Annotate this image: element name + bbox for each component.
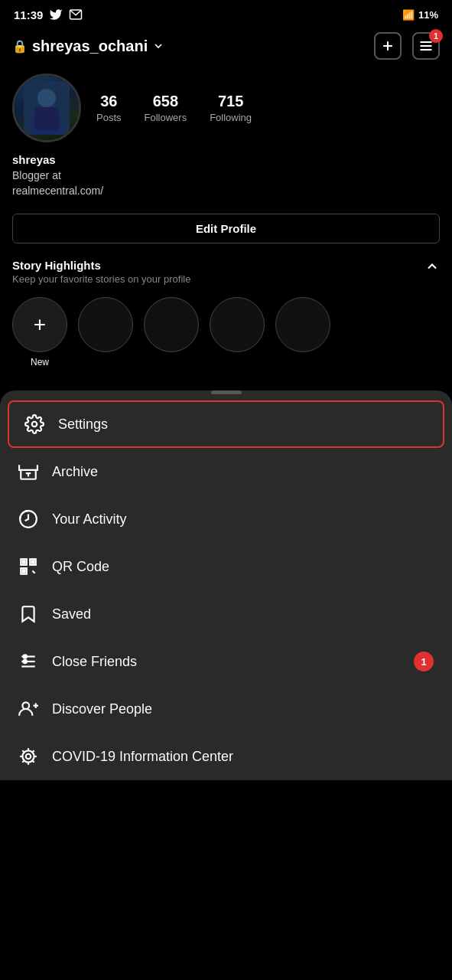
svg-rect-9: [34, 107, 59, 130]
your-activity-label: Your Activity: [52, 511, 126, 528]
profile-name: shreyas: [12, 153, 440, 166]
highlight-new-label: New: [31, 357, 49, 368]
followers-stat[interactable]: 658 Followers: [145, 93, 187, 123]
svg-point-34: [26, 754, 31, 760]
menu-item-your-activity[interactable]: Your Activity: [0, 495, 452, 543]
stats-row: 36 Posts 658 Followers 715 Following: [96, 93, 440, 123]
bottom-drawer: Settings Archive Your Activity: [0, 390, 452, 780]
menu-item-archive[interactable]: Archive: [0, 448, 452, 495]
highlights-title: Story Highlights: [12, 259, 190, 272]
activity-icon: [18, 509, 38, 529]
lock-icon: 🔒: [12, 39, 28, 54]
header: 🔒 shreyas_ochani 1: [0, 26, 452, 69]
profile-top: 36 Posts 658 Followers 715 Following: [12, 74, 440, 142]
battery-icon: 📶: [402, 9, 415, 21]
avatar[interactable]: [12, 74, 81, 142]
highlights-row: + New: [0, 289, 452, 383]
highlight-new-circle[interactable]: +: [12, 297, 67, 352]
menu-item-qr-code[interactable]: QR Code: [0, 543, 452, 590]
chevron-down-icon: [152, 40, 164, 52]
highlight-circle-4[interactable]: [275, 297, 330, 352]
notif-badge: 1: [429, 29, 443, 43]
edit-profile-button[interactable]: Edit Profile: [12, 214, 440, 243]
menu-item-saved[interactable]: Saved: [0, 590, 452, 638]
svg-line-40: [32, 761, 34, 763]
close-friends-badge: 1: [414, 652, 434, 671]
drawer-handle: [211, 390, 242, 394]
qr-code-label: QR Code: [52, 559, 109, 575]
highlight-item-4[interactable]: [275, 297, 330, 368]
posts-stat[interactable]: 36 Posts: [96, 93, 122, 123]
posts-label: Posts: [96, 112, 122, 123]
svg-point-30: [22, 703, 29, 710]
following-stat[interactable]: 715 Following: [210, 93, 252, 123]
archive-label: Archive: [52, 464, 98, 480]
svg-line-42: [22, 761, 24, 763]
profile-section: 36 Posts 658 Followers 715 Following shr…: [0, 69, 452, 207]
svg-point-33: [22, 751, 34, 763]
covid-label: COVID-19 Information Center: [52, 749, 233, 765]
svg-point-7: [37, 89, 56, 107]
highlights-subtitle: Keep your favorite stories on your profi…: [12, 273, 190, 285]
avatar-image: [24, 81, 70, 135]
status-right: 📶 11%: [402, 9, 438, 21]
highlights-header: Story Highlights Keep your favorite stor…: [0, 256, 452, 289]
battery-percent: 11%: [418, 9, 438, 21]
profile-bio: Blogger at realmecentral.com/: [12, 168, 440, 198]
saved-label: Saved: [52, 606, 91, 622]
close-friends-label: Close Friends: [52, 654, 137, 670]
highlight-item-3[interactable]: [210, 297, 265, 368]
following-count: 715: [218, 93, 243, 110]
highlight-circle-3[interactable]: [210, 297, 265, 352]
discover-people-label: Discover People: [52, 701, 152, 717]
svg-rect-18: [22, 570, 24, 573]
highlight-circle-2[interactable]: [144, 297, 199, 352]
menu-item-close-friends[interactable]: Close Friends 1: [0, 638, 452, 685]
svg-line-39: [22, 750, 24, 752]
svg-line-41: [32, 750, 34, 752]
followers-label: Followers: [145, 112, 187, 123]
svg-line-23: [32, 571, 34, 573]
highlight-circle-1[interactable]: [78, 297, 133, 352]
covid-icon: [18, 746, 38, 766]
svg-point-29: [24, 660, 27, 663]
svg-rect-16: [22, 561, 24, 564]
gmail-icon: [69, 8, 83, 21]
svg-rect-17: [31, 561, 34, 564]
time: 11:39: [14, 8, 43, 21]
bio-line1: Blogger at: [12, 169, 61, 181]
twitter-icon: [49, 8, 63, 21]
status-bar: 11:39 📶 11%: [0, 0, 452, 26]
highlights-text: Story Highlights Keep your favorite stor…: [12, 259, 190, 285]
menu-item-settings[interactable]: Settings: [8, 400, 444, 448]
bookmark-icon: [18, 604, 38, 624]
followers-count: 658: [153, 93, 178, 110]
header-icons: 1: [374, 32, 440, 60]
gear-icon: [24, 414, 44, 434]
highlight-item-2[interactable]: [144, 297, 199, 368]
plus-icon: [380, 38, 395, 54]
username-row[interactable]: 🔒 shreyas_ochani: [12, 38, 164, 55]
highlight-new-item[interactable]: + New: [12, 297, 67, 368]
svg-point-28: [24, 655, 27, 658]
plus-new-icon: +: [34, 312, 46, 337]
menu-item-discover-people[interactable]: Discover People: [0, 685, 452, 733]
collapse-icon[interactable]: [424, 259, 440, 274]
archive-icon: [18, 462, 38, 482]
add-post-button[interactable]: [374, 32, 402, 60]
username-text: shreyas_ochani: [32, 38, 148, 55]
bio-line2: realmecentral.com/: [12, 185, 103, 197]
menu-item-covid[interactable]: COVID-19 Information Center: [0, 733, 452, 780]
svg-point-10: [32, 422, 37, 427]
status-left: 11:39: [14, 8, 83, 21]
discover-icon: [18, 699, 38, 719]
highlight-item-1[interactable]: [78, 297, 133, 368]
posts-count: 36: [100, 93, 117, 110]
settings-label: Settings: [58, 416, 108, 433]
qr-icon: [18, 557, 38, 577]
following-label: Following: [210, 112, 252, 123]
hamburger-menu-button[interactable]: 1: [412, 32, 440, 60]
close-friends-icon: [18, 652, 38, 671]
